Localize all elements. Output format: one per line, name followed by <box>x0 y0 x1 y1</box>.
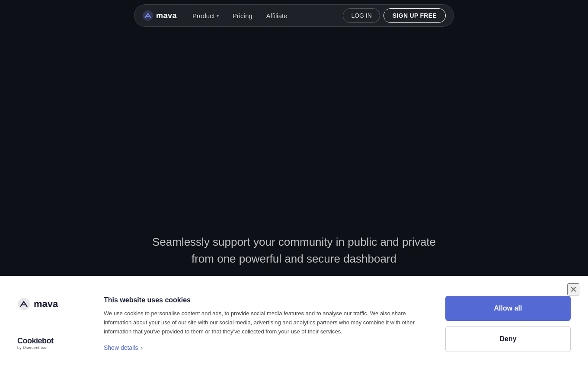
navbar: mava Product ▾ Pricing Affiliate LOG IN … <box>134 4 454 27</box>
cookie-actions: Allow all Deny <box>445 296 571 352</box>
nav-logo[interactable]: mava <box>142 10 177 21</box>
allow-all-button[interactable]: Allow all <box>445 296 571 321</box>
svg-point-1 <box>18 298 30 310</box>
hero-section: Seamlessly support your community in pub… <box>0 234 588 267</box>
nav-logo-text: mava <box>156 11 177 20</box>
cookie-mava-icon <box>17 298 30 311</box>
product-chevron-icon: ▾ <box>217 13 219 18</box>
cookie-mava-logo-text: mava <box>34 298 58 310</box>
cookie-banner: ✕ mava Cookiebot by Usercentrics This we… <box>0 276 588 371</box>
cookie-content: This website uses cookies We use cookies… <box>104 296 428 351</box>
nav-logo-icon <box>142 10 153 21</box>
signup-button[interactable]: SIGN UP FREE <box>383 8 446 23</box>
nav-product-link[interactable]: Product ▾ <box>186 10 225 22</box>
cookie-logo-area: mava Cookiebot by Usercentrics <box>17 298 86 350</box>
nav-affiliate-link[interactable]: Affiliate <box>260 10 294 22</box>
cookie-mava-logo: mava <box>17 298 58 311</box>
nav-pricing-link[interactable]: Pricing <box>227 10 259 22</box>
cookie-title: This website uses cookies <box>104 296 428 304</box>
cookiebot-logo-sub: by Usercentrics <box>17 346 54 350</box>
cookie-body: We use cookies to personalise content an… <box>104 309 415 336</box>
cookiebot-logo: Cookiebot by Usercentrics <box>17 336 54 350</box>
nav-actions: LOG IN SIGN UP FREE <box>343 8 446 23</box>
show-details-link[interactable]: Show details › <box>104 344 428 351</box>
cookie-close-button[interactable]: ✕ <box>567 283 579 295</box>
deny-button[interactable]: Deny <box>445 326 571 352</box>
nav-links: Product ▾ Pricing Affiliate <box>186 10 341 22</box>
login-button[interactable]: LOG IN <box>343 8 380 23</box>
show-details-chevron-icon: › <box>141 344 143 351</box>
hero-text: Seamlessly support your community in pub… <box>0 234 588 267</box>
cookiebot-logo-main: Cookiebot <box>17 336 54 346</box>
svg-point-0 <box>143 10 153 21</box>
